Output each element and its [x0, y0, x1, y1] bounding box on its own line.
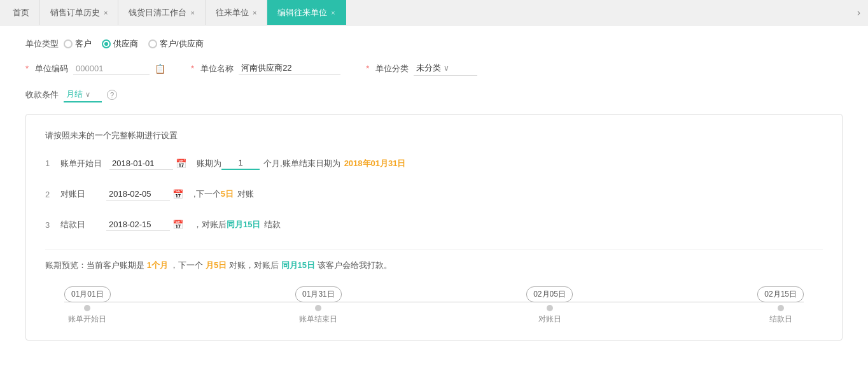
- name-group: * 单位名称: [191, 62, 340, 75]
- preview-mid1: ，下一个: [170, 260, 203, 270]
- preview-highlight3: 同月15日: [281, 260, 315, 270]
- unit-type-radio-group: 客户 供应商 客户/供应商: [64, 38, 204, 50]
- timeline-point-3: 02月05日 对账日: [526, 286, 573, 325]
- timeline-bubble-4: 02月15日: [757, 286, 804, 302]
- row-3-label: 结款日: [60, 219, 99, 230]
- tab-home-label: 首页: [13, 7, 29, 18]
- setting-row-3: 3 结款日 📅 ，对账后 同月15日 结款: [45, 218, 823, 231]
- tab-partner-units-close[interactable]: ×: [253, 9, 256, 17]
- row-3-desc-pre: ，对账后: [193, 219, 227, 230]
- name-required: *: [191, 64, 194, 73]
- payment-select[interactable]: 月结 ∨: [64, 87, 102, 102]
- payment-chevron-icon: ∨: [85, 90, 90, 99]
- timeline-dot-1: [84, 305, 90, 311]
- row-1-num: 1: [45, 158, 60, 168]
- preview-mid2: 对账，对账后: [229, 260, 279, 270]
- card-title: 请按照未来的一个完整帐期进行设置: [45, 130, 823, 141]
- period-input[interactable]: [221, 157, 260, 170]
- code-label: 单位编码: [35, 63, 68, 74]
- radio-supplier-label: 供应商: [113, 38, 138, 50]
- tab-cash-ledger-close[interactable]: ×: [190, 9, 194, 17]
- timeline-point-4: 02月15日 结款日: [757, 286, 804, 325]
- row-1-period-label: 账期为: [197, 158, 221, 169]
- reconcile-date-calendar-icon[interactable]: 📅: [172, 189, 183, 199]
- tab-sales-order-close[interactable]: ×: [104, 9, 108, 17]
- code-group: * 单位编码 📋: [25, 62, 165, 75]
- tab-sales-order-history[interactable]: 销售订单历史 ×: [40, 0, 118, 25]
- row-3-num: 3: [45, 220, 60, 230]
- code-required: *: [25, 64, 29, 73]
- code-calendar-icon[interactable]: 📋: [155, 64, 165, 74]
- code-name-category-row: * 单位编码 📋 * 单位名称 * 单位分类 未分类 ∨: [25, 61, 843, 76]
- radio-customer-label: 客户: [75, 38, 92, 50]
- timeline-label-2: 账单结束日: [299, 314, 337, 325]
- start-date-input[interactable]: [109, 157, 173, 170]
- setting-row-2: 2 对账日 📅 ,下一个 5日 对账: [45, 188, 823, 201]
- timeline-dot-4: [778, 305, 784, 311]
- radio-both-label: 客户/供应商: [160, 38, 204, 50]
- row-2-highlight: 5日: [221, 188, 234, 200]
- tab-edit-partner-label: 编辑往来单位: [277, 7, 327, 18]
- tab-partner-units-label: 往来单位: [216, 7, 249, 18]
- payment-help-icon[interactable]: ?: [107, 90, 117, 100]
- row-1-period-unit: 个月,账单结束日期为: [263, 158, 340, 169]
- payment-label: 收款条件: [25, 89, 59, 101]
- category-group: * 单位分类 未分类 ∨: [366, 61, 477, 76]
- tab-edit-partner[interactable]: 编辑往来单位 ×: [267, 0, 346, 25]
- timeline-point-1: 01月01日 账单开始日: [64, 286, 111, 325]
- category-required: *: [366, 64, 369, 73]
- payment-value: 月结: [66, 88, 83, 100]
- radio-both[interactable]: 客户/供应商: [148, 38, 204, 50]
- unit-type-label: 单位类型: [25, 38, 59, 50]
- payment-date-input[interactable]: [106, 218, 170, 231]
- tab-more-arrow[interactable]: ›: [850, 7, 868, 18]
- name-input[interactable]: [239, 62, 340, 75]
- payment-date-calendar-icon[interactable]: 📅: [172, 220, 183, 230]
- radio-supplier[interactable]: 供应商: [102, 38, 138, 50]
- timeline-label-1: 账单开始日: [68, 314, 106, 325]
- settings-card: 请按照未来的一个完整帐期进行设置 1 账单开始日 📅 账期为 个月,账单结束日期…: [25, 114, 843, 341]
- timeline: 01月01日 账单开始日 01月31日 账单结束日 02月05日: [45, 286, 823, 325]
- tab-sales-order-label: 销售订单历史: [50, 7, 100, 18]
- tab-partner-units[interactable]: 往来单位 ×: [206, 0, 267, 25]
- row-2-num: 2: [45, 190, 60, 199]
- category-value: 未分类: [416, 62, 441, 74]
- radio-both-circle: [148, 39, 157, 48]
- tab-edit-partner-close[interactable]: ×: [331, 9, 335, 17]
- tab-bar: 首页 销售订单历史 × 钱货日清工作台 × 往来单位 × 编辑往来单位 × ›: [0, 0, 868, 25]
- timeline-bubble-1: 01月01日: [64, 286, 111, 302]
- row-3-desc-post: 结款: [264, 219, 281, 230]
- tab-home[interactable]: 首页: [0, 0, 40, 25]
- category-select[interactable]: 未分类 ∨: [414, 61, 477, 76]
- preview-prefix: 账期预览：当前客户账期是: [45, 260, 144, 270]
- timeline-dot-3: [547, 305, 553, 311]
- start-date-calendar-icon[interactable]: 📅: [176, 158, 186, 169]
- setting-row-1: 1 账单开始日 📅 账期为 个月,账单结束日期为 2018年01月31日: [45, 157, 823, 170]
- code-input[interactable]: [73, 62, 150, 75]
- timeline-line: [64, 302, 804, 302]
- preview-highlight2: 月5日: [206, 260, 227, 270]
- timeline-bubble-3: 02月05日: [526, 286, 573, 302]
- tab-cash-ledger[interactable]: 钱货日清工作台 ×: [118, 0, 205, 25]
- reconcile-date-input[interactable]: [106, 188, 170, 201]
- row-2-desc-post: 对账: [237, 188, 254, 200]
- row-2-desc-pre: ,下一个: [193, 188, 221, 200]
- preview-highlight1: 1个月: [147, 260, 168, 270]
- timeline-label-4: 结款日: [769, 314, 792, 325]
- preview-text: 账期预览：当前客户账期是 1个月 ，下一个 月5日 对账，对账后 同月15日 该…: [45, 260, 823, 271]
- row-3-highlight: 同月15日: [227, 219, 260, 230]
- preview-section: 账期预览：当前客户账期是 1个月 ，下一个 月5日 对账，对账后 同月15日 该…: [45, 249, 823, 325]
- radio-customer-circle: [64, 39, 73, 48]
- main-content: 单位类型 客户 供应商 客户/供应商 * 单位编码: [0, 25, 868, 387]
- timeline-dot-2: [315, 305, 321, 311]
- row-1-label: 账单开始日: [60, 158, 102, 169]
- radio-customer[interactable]: 客户: [64, 38, 92, 50]
- unit-type-row: 单位类型 客户 供应商 客户/供应商: [25, 38, 843, 50]
- payment-row: 收款条件 月结 ∨ ?: [25, 87, 843, 102]
- category-chevron-icon: ∨: [444, 64, 449, 73]
- period-end-date: 2018年01月31日: [344, 158, 406, 169]
- tab-cash-ledger-label: 钱货日清工作台: [129, 7, 186, 18]
- timeline-bubble-2: 01月31日: [295, 286, 342, 302]
- unit-type-group: 单位类型 客户 供应商 客户/供应商: [25, 38, 204, 50]
- radio-supplier-circle: [102, 39, 111, 48]
